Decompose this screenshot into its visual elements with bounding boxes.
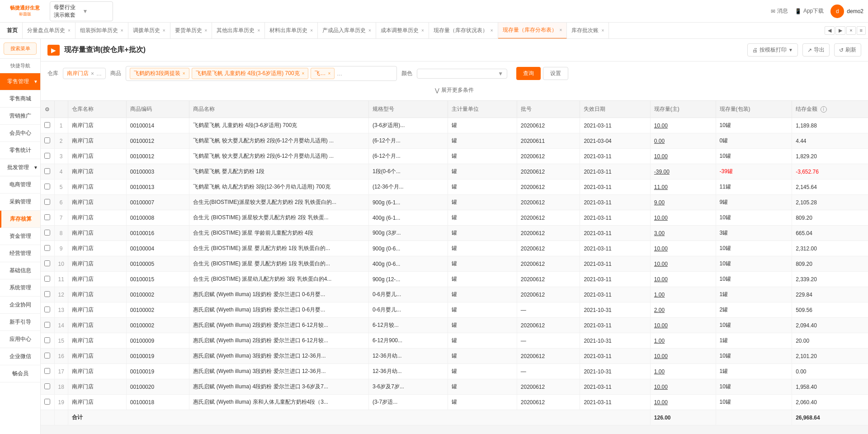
tab-request[interactable]: 要货单历史 × <box>170 23 212 39</box>
tab-menu-btn[interactable]: ≡ <box>857 26 866 35</box>
row-checkbox[interactable] <box>41 302 54 318</box>
product-tag-3[interactable]: 飞… × <box>311 68 335 79</box>
sidebar-item-marketing[interactable]: 营销推广 <box>0 108 40 125</box>
refresh-btn[interactable]: ↺ 刷新 <box>834 43 861 57</box>
expand-conditions-btn[interactable]: ⋁ 展开更多条件 <box>431 85 477 96</box>
row-checkbox[interactable] <box>41 379 54 395</box>
sidebar-item-member[interactable]: 会员中心 <box>0 125 40 142</box>
warehouse-more-icon[interactable]: … <box>96 71 102 77</box>
row-checkbox[interactable] <box>41 349 54 364</box>
sidebar-item-purchase[interactable]: 采购管理 <box>0 193 40 211</box>
sidebar-item-inventory[interactable]: 库存核算 <box>0 211 40 228</box>
row-stock-main[interactable]: 9.00 <box>650 195 716 210</box>
tab-material-out[interactable]: 材料出库单历史 × <box>265 23 318 39</box>
sidebar-item-basics[interactable]: 基础信息 <box>0 262 40 279</box>
row-stock-main[interactable]: 10.00 <box>650 118 716 133</box>
product-tag-3-close[interactable]: × <box>328 71 330 76</box>
row-checkbox[interactable] <box>41 272 54 287</box>
product-tag-2-close[interactable]: × <box>302 71 305 76</box>
sidebar-item-retail[interactable]: 零售管理 ▼ <box>0 73 40 90</box>
row-stock-main[interactable]: 10.00 <box>650 379 716 395</box>
row-checkbox[interactable] <box>41 256 54 272</box>
sidebar-item-wholesale[interactable]: 批发管理 ▼ <box>0 159 40 176</box>
user-area[interactable]: d demo2 <box>830 5 863 18</box>
message-btn[interactable]: ✉ 消息 <box>771 7 788 15</box>
row-stock-main[interactable]: 3.00 <box>650 226 716 241</box>
row-stock-main[interactable]: 1.00 <box>650 364 716 379</box>
row-stock-main[interactable]: 11.00 <box>650 179 716 195</box>
expand-sidebar-btn[interactable]: ▶ <box>47 45 60 56</box>
row-stock-main[interactable]: 10.00 <box>650 318 716 333</box>
row-stock-main[interactable]: 10.00 <box>650 272 716 287</box>
row-stock-main[interactable]: 10.00 <box>650 395 716 410</box>
color-filter[interactable]: ▼ <box>417 69 507 79</box>
sidebar-item-retail-shop[interactable]: 零售商城 <box>0 90 40 108</box>
sidebar-item-retail-stats[interactable]: 零售统计 <box>0 142 40 159</box>
row-stock-main[interactable]: 0.00 <box>650 133 716 149</box>
row-stock-main[interactable]: 1.00 <box>650 287 716 302</box>
product-tag-1[interactable]: 飞鹤奶粉3段两提装 × <box>130 68 189 79</box>
sidebar-item-system[interactable]: 系统管理 <box>0 279 40 297</box>
tab-product-in[interactable]: 产成品入库单历史 × <box>318 23 376 39</box>
row-checkbox[interactable] <box>41 318 54 333</box>
th-checkbox[interactable]: ⚙ <box>41 101 54 118</box>
row-checkbox[interactable] <box>41 210 54 226</box>
row-checkbox[interactable] <box>41 164 54 179</box>
row-checkbox[interactable] <box>41 333 54 349</box>
tab-mix[interactable]: 调拨单历史 × <box>128 23 170 39</box>
row-stock-main[interactable]: -39.00 <box>650 164 716 179</box>
tab-home[interactable]: 首页 <box>2 23 23 39</box>
row-stock-main[interactable]: 1.00 <box>650 333 716 349</box>
sidebar-item-enterprise[interactable]: 企业协同 <box>0 297 40 314</box>
product-tag-1-close[interactable]: × <box>183 71 185 76</box>
sidebar-item-ecommerce[interactable]: 电商管理 <box>0 176 40 193</box>
row-checkbox[interactable] <box>41 195 54 210</box>
app-download-btn[interactable]: 📱 App下载 <box>795 7 824 15</box>
row-checkbox[interactable] <box>41 118 54 133</box>
row-stock-main[interactable]: 10.00 <box>650 210 716 226</box>
warehouse-filter[interactable]: 南岸门店 × … <box>63 68 106 79</box>
tab-batch-account[interactable]: 库存批次账 × <box>567 23 609 39</box>
row-stock-main[interactable]: 10.00 <box>650 149 716 164</box>
sidebar-item-new-guide[interactable]: 新手引导 <box>0 314 40 331</box>
row-stock-main[interactable]: 2.00 <box>650 302 716 318</box>
tab-close-2[interactable]: × <box>121 28 123 33</box>
tab-next-btn[interactable]: ▶ <box>835 26 845 35</box>
tab-close-4[interactable]: × <box>205 28 208 33</box>
tab-partial-inventory[interactable]: 分量盘点单历史 × <box>23 23 75 39</box>
balance-info-icon[interactable]: i <box>821 106 827 113</box>
row-stock-main[interactable]: 10.00 <box>650 349 716 364</box>
tab-prev-btn[interactable]: ◀ <box>825 26 835 35</box>
tab-other-out[interactable]: 其他出库单历史 × <box>212 23 265 39</box>
setting-btn[interactable]: 设置 <box>543 67 568 80</box>
workspace-selector[interactable]: 母婴行业演示账套 ▼ <box>50 1 113 21</box>
row-checkbox[interactable] <box>41 133 54 149</box>
tab-cost-adjust[interactable]: 成本调整单历史 × <box>376 23 429 39</box>
row-stock-main[interactable]: 10.00 <box>650 241 716 256</box>
tab-close-1[interactable]: × <box>68 28 71 33</box>
product-more-icon[interactable]: … <box>337 71 342 77</box>
tab-stock-status[interactable]: 现存量（库存状况表） × <box>429 23 498 39</box>
sidebar-quick-nav[interactable]: 快捷导航 <box>0 59 40 73</box>
tab-close-7[interactable]: × <box>368 28 371 33</box>
tab-disassemble[interactable]: 组装拆卸单历史 × <box>75 23 128 39</box>
product-filter[interactable]: 飞鹤奶粉3段两提装 × 飞鹤星飞帆 儿童奶粉 4段(3-6岁适用) 700克 ×… <box>126 66 397 81</box>
sidebar-item-finance[interactable]: 资金管理 <box>0 228 40 245</box>
print-btn[interactable]: 🖨 按模板打印 ▼ <box>747 43 798 57</box>
export-btn[interactable]: ↗ 导出 <box>802 43 830 57</box>
row-checkbox[interactable] <box>41 364 54 379</box>
sidebar-item-member2[interactable]: 畅会员 <box>0 365 40 382</box>
row-stock-main[interactable]: 10.00 <box>650 256 716 272</box>
row-checkbox[interactable] <box>41 179 54 195</box>
row-checkbox[interactable] <box>41 226 54 241</box>
tab-stock-dist[interactable]: 现存量（库存分布表） × <box>498 23 567 39</box>
tab-close-6[interactable]: × <box>310 28 313 33</box>
tab-close-8[interactable]: × <box>421 28 424 33</box>
search-menu-btn[interactable]: 搜索菜单 <box>4 42 37 55</box>
sidebar-item-operations[interactable]: 经营管理 <box>0 245 40 262</box>
warehouse-close-icon[interactable]: × <box>91 71 94 77</box>
row-checkbox[interactable] <box>41 395 54 410</box>
tab-close-all-btn[interactable]: × <box>846 26 855 35</box>
sidebar-item-enterprise-wechat[interactable]: 企业微信 <box>0 348 40 365</box>
tab-close-5[interactable]: × <box>257 28 260 33</box>
